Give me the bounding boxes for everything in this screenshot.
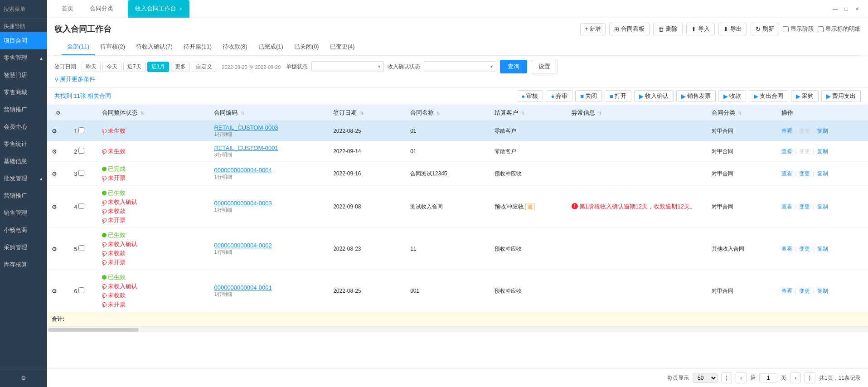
show-stage-checkbox[interactable] xyxy=(783,26,789,32)
last-page-btn[interactable]: ⟩ xyxy=(805,372,815,383)
sub-tab-pending-review[interactable]: 待审核(2) xyxy=(95,39,131,55)
prev-page-btn[interactable]: ‹ xyxy=(736,372,747,383)
action-view-2[interactable]: 查看 xyxy=(781,148,792,155)
date-btn-1month[interactable]: 近1月 xyxy=(147,62,170,72)
maximize-button[interactable]: □ xyxy=(843,5,850,13)
tab-income-workbench[interactable]: 收入合同工作台 × xyxy=(128,0,189,18)
action-copy-3[interactable]: 复制 xyxy=(817,170,828,178)
action-change-2[interactable]: 变更 xyxy=(799,148,810,155)
sidebar-item-basic-info[interactable]: 基础信息 xyxy=(0,153,47,170)
sales-invoice-btn[interactable]: ▶ 销售发票 xyxy=(676,90,716,102)
sidebar-item-sales-mgmt[interactable]: 销售管理 xyxy=(0,204,47,222)
close-icon[interactable]: × xyxy=(116,6,119,11)
confirm-status-select[interactable] xyxy=(424,61,496,72)
first-page-btn[interactable]: ⟨ xyxy=(721,372,732,383)
action-change-3[interactable]: 变更 xyxy=(799,170,810,178)
row-checkbox-1[interactable] xyxy=(78,127,84,133)
action-view-3[interactable]: 查看 xyxy=(781,170,792,178)
sidebar-item-wholesale[interactable]: 批发管理 ▲ xyxy=(0,170,47,187)
sidebar-item-xiaochang[interactable]: 小畅电商 xyxy=(0,222,47,239)
sidebar-item-inventory[interactable]: 库存核算 xyxy=(0,256,47,273)
refresh-button[interactable]: ↻ 刷新 xyxy=(751,23,779,35)
contract-link-3[interactable]: 0000000000004-0004 xyxy=(214,167,272,174)
cell-settings-1[interactable]: ⚙ xyxy=(47,121,69,141)
sidebar-item-retail-mgmt[interactable]: 零售管理 ▲ xyxy=(0,49,47,67)
sidebar-item-purchase[interactable]: 采购管理 xyxy=(0,239,47,256)
action-view-1[interactable]: 查看 xyxy=(781,127,792,135)
settings-icon-6[interactable]: ⚙ xyxy=(52,288,57,295)
query-button[interactable]: 查询 xyxy=(500,60,527,73)
doc-status-select[interactable] xyxy=(311,61,384,72)
row-checkbox-4[interactable] xyxy=(78,203,84,209)
sub-tab-pending-confirm[interactable]: 待收入确认(7) xyxy=(131,39,178,55)
settings-icon-5[interactable]: ⚙ xyxy=(52,246,57,252)
action-view-5[interactable]: 查看 xyxy=(781,245,792,253)
expense-out-btn[interactable]: ▶ 支出合同 xyxy=(749,90,788,102)
action-view-6[interactable]: 查看 xyxy=(781,287,792,295)
sidebar-item-marketing2[interactable]: 营销推广 xyxy=(0,187,47,204)
sub-tab-pending-invoice[interactable]: 待开票(11) xyxy=(178,39,217,55)
horizontal-scrollbar[interactable] xyxy=(47,327,868,332)
page-size-select[interactable]: 102050100 xyxy=(693,373,718,383)
expand-more-btn[interactable]: ∨ 展开更多条件 xyxy=(54,75,861,83)
settings-icon-2[interactable]: ⚙ xyxy=(52,148,57,155)
col-name-header[interactable]: 合同名称 ⇅ xyxy=(406,105,490,121)
action-copy-2[interactable]: 复制 xyxy=(817,148,828,155)
action-copy-1[interactable]: 复制 xyxy=(817,127,828,135)
contract-link-5[interactable]: 0000000000004-0002 xyxy=(214,242,272,249)
contract-link-2[interactable]: RETAIL_CUSTOM-0001 xyxy=(214,145,278,151)
close-btn[interactable]: ■ 关闭 xyxy=(575,90,602,102)
action-copy-4[interactable]: 复制 xyxy=(817,203,828,211)
page-input[interactable] xyxy=(759,373,777,382)
col-date-header[interactable]: 签订日期 ⇅ xyxy=(329,105,406,121)
row-checkbox-2[interactable] xyxy=(78,148,84,154)
sidebar-item-retail-commerce[interactable]: 零售商城 xyxy=(0,84,47,101)
sidebar-item-retail-stats[interactable]: 零售统计 xyxy=(0,135,47,153)
export-button[interactable]: ⬇ 导出 xyxy=(718,23,747,35)
date-btn-today[interactable]: 今天 xyxy=(102,62,121,72)
cell-settings-3[interactable]: ⚙ xyxy=(47,162,69,186)
col-status-header[interactable]: 合同整体状态 ⇅ xyxy=(97,105,209,121)
collect-btn[interactable]: ▶ 收款 xyxy=(718,90,746,102)
scrollbar-thumb[interactable] xyxy=(48,328,139,332)
cell-settings-5[interactable]: ⚙ xyxy=(47,228,69,270)
board-button[interactable]: ⊞ 合同看板 xyxy=(609,23,650,35)
row-checkbox-3[interactable] xyxy=(78,170,84,176)
contract-link-6[interactable]: 0000000000004-0001 xyxy=(214,284,272,291)
abandon-btn[interactable]: ● 弃审 xyxy=(546,90,572,102)
next-page-btn[interactable]: › xyxy=(790,372,801,383)
cell-settings-6[interactable]: ⚙ xyxy=(47,270,69,312)
col-type-header[interactable]: 合同分类 ⇅ xyxy=(707,105,777,121)
sidebar-item-smart-shop[interactable]: 智慧门店 xyxy=(0,67,47,84)
show-label-checkbox-label[interactable]: 显示标的明细 xyxy=(818,25,861,33)
close-window-button[interactable]: × xyxy=(853,5,861,13)
sub-tab-changed[interactable]: 已变更(4) xyxy=(325,39,360,55)
date-btn-more[interactable]: 更多 xyxy=(171,62,190,72)
setting-button[interactable]: 设置 xyxy=(531,60,558,73)
action-copy-5[interactable]: 复制 xyxy=(817,245,828,253)
sub-tab-pending-collect[interactable]: 待收款(8) xyxy=(217,39,253,55)
settings-icon-1[interactable]: ⚙ xyxy=(52,128,57,135)
action-change-6[interactable]: 变更 xyxy=(799,287,810,295)
col-customer-header[interactable]: 结算客户 ⇅ xyxy=(490,105,567,121)
sidebar-item-member[interactable]: 会员中心 xyxy=(0,118,47,135)
cell-settings-2[interactable]: ⚙ xyxy=(47,141,69,162)
sidebar-item-marketing[interactable]: 营销推广 xyxy=(0,101,47,118)
contract-link-1[interactable]: RETAIL_CUSTOM-0003 xyxy=(214,124,278,131)
sub-tab-closed[interactable]: 已关闭(0) xyxy=(289,39,325,55)
action-copy-6[interactable]: 复制 xyxy=(817,287,828,295)
sidebar-item-project[interactable]: 项目合同 xyxy=(0,32,47,49)
tab-contract-cat[interactable]: 合同分类 × xyxy=(82,0,126,18)
sub-tab-all[interactable]: 全部(11) xyxy=(62,39,95,55)
contract-link-4[interactable]: 0000000000004-0003 xyxy=(214,200,272,207)
col-code-header[interactable]: 合同编码 ⇅ xyxy=(209,105,329,121)
col-error-header[interactable]: 异常信息 ⇅ xyxy=(567,105,707,121)
sub-tab-completed[interactable]: 已完成(1) xyxy=(253,39,289,55)
delete-button[interactable]: 🗑 删除 xyxy=(653,23,683,35)
settings-icon-4[interactable]: ⚙ xyxy=(52,203,57,210)
sidebar-search[interactable]: 搜索菜单 xyxy=(0,0,47,19)
action-change-1[interactable]: 变更 xyxy=(799,127,810,135)
date-btn-custom[interactable]: 自定义 xyxy=(192,62,216,72)
tab-home[interactable]: 首页 xyxy=(54,0,81,18)
date-btn-yesterday[interactable]: 昨天 xyxy=(82,62,101,72)
